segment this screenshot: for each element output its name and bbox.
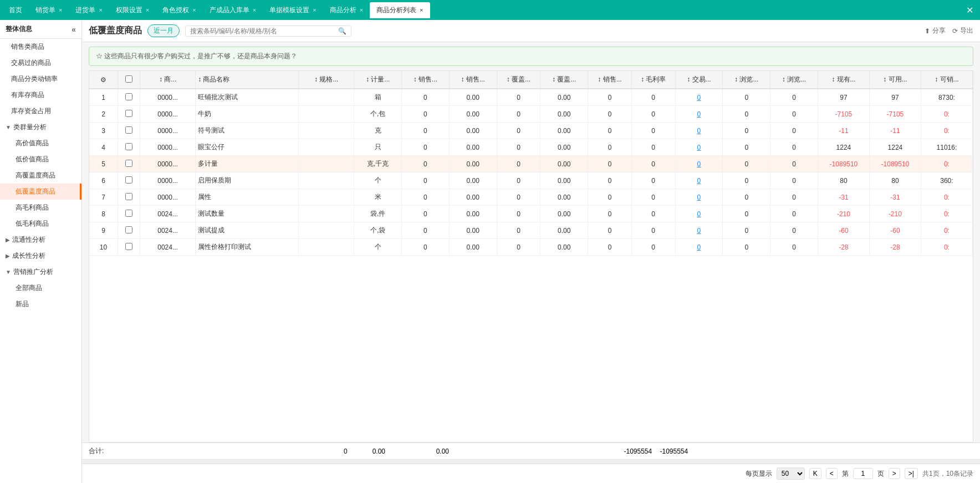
- tab-product-analysis-list-close[interactable]: ×: [420, 7, 423, 13]
- col-header-sales-qty[interactable]: ↕ 销售...: [402, 71, 450, 89]
- row-check[interactable]: [118, 139, 140, 156]
- col-header-sales2[interactable]: ↕ 销售...: [588, 71, 632, 89]
- row-check[interactable]: [118, 189, 140, 206]
- col-header-gross[interactable]: ↕ 毛利率: [631, 71, 675, 89]
- row-check[interactable]: [118, 89, 140, 106]
- sidebar-item-high-margin[interactable]: 高毛利商品: [0, 200, 81, 216]
- tab-sales-order[interactable]: 销货单 ×: [29, 2, 69, 18]
- tab-finished-goods-close[interactable]: ×: [253, 7, 256, 13]
- tab-template-close[interactable]: ×: [313, 7, 316, 13]
- tab-role-auth[interactable]: 角色授权 ×: [156, 2, 202, 18]
- col-header-trade[interactable]: ↕ 交易...: [675, 71, 723, 89]
- tab-permission-close[interactable]: ×: [146, 7, 149, 13]
- col-header-stock1[interactable]: ↕ 现有...: [818, 71, 869, 89]
- col-header-cover2[interactable]: ↕ 覆盖...: [540, 71, 588, 89]
- prev-page-btn[interactable]: <: [826, 468, 838, 479]
- sidebar-item-traded-products[interactable]: 交易过的商品: [0, 55, 81, 71]
- export-btn[interactable]: ⟳ 导出: [952, 26, 973, 35]
- tab-product-analysis-close[interactable]: ×: [360, 7, 363, 13]
- row-check[interactable]: [118, 123, 140, 139]
- sidebar-item-high-coverage[interactable]: 高覆盖度商品: [0, 167, 81, 184]
- tab-sales-order-close[interactable]: ×: [59, 7, 62, 13]
- tab-role-auth-close[interactable]: ×: [192, 7, 196, 13]
- row-checkbox[interactable]: [125, 110, 132, 117]
- sidebar-item-capital[interactable]: 库存资金占用: [0, 103, 81, 119]
- col-header-unit[interactable]: ↕ 计量...: [354, 71, 402, 89]
- next-page-btn[interactable]: >: [889, 468, 900, 479]
- row-trade[interactable]: 0: [675, 89, 723, 106]
- first-page-btn[interactable]: K: [809, 468, 821, 479]
- page-number-input[interactable]: [853, 468, 873, 479]
- row-checkbox[interactable]: [125, 243, 132, 250]
- sidebar-group-marketing[interactable]: ▼ 营销推广分析: [0, 264, 81, 280]
- sidebar-title: 整体信息: [6, 24, 32, 34]
- row-check[interactable]: [118, 156, 140, 172]
- sidebar-collapse-btn[interactable]: «: [72, 25, 76, 34]
- col-header-browse2[interactable]: ↕ 浏览...: [770, 71, 818, 89]
- search-input[interactable]: [190, 27, 336, 35]
- sidebar-item-category-rate[interactable]: 商品分类动销率: [0, 71, 81, 87]
- tab-permission[interactable]: 权限设置 ×: [109, 2, 156, 18]
- tab-purchase-order-close[interactable]: ×: [99, 7, 102, 13]
- sidebar-item-low-margin[interactable]: 低毛利商品: [0, 216, 81, 232]
- sidebar-group-growth[interactable]: ▶ 成长性分析: [0, 248, 81, 264]
- sidebar-item-low-value[interactable]: 低价值商品: [0, 151, 81, 167]
- sidebar-item-in-stock[interactable]: 有库存商品: [0, 87, 81, 103]
- row-trade[interactable]: 0: [675, 123, 723, 139]
- search-icon[interactable]: 🔍: [338, 27, 346, 35]
- col-header-sellable[interactable]: ↕ 可销...: [921, 71, 972, 89]
- row-trade[interactable]: 0: [675, 139, 723, 156]
- col-header-settings[interactable]: ⚙: [89, 71, 118, 89]
- sidebar-group-category[interactable]: ▼ 类群量分析: [0, 119, 81, 135]
- tab-finished-goods[interactable]: 产成品入库单 ×: [203, 2, 263, 18]
- row-checkbox[interactable]: [125, 143, 132, 150]
- tab-product-analysis-list[interactable]: 商品分析列表 ×: [370, 2, 430, 18]
- col-header-name[interactable]: ↕ 商品名称: [196, 71, 299, 89]
- row-checkbox[interactable]: [125, 193, 132, 200]
- row-checkbox[interactable]: [125, 160, 132, 167]
- col-header-check[interactable]: [118, 71, 140, 89]
- sidebar-group-flow[interactable]: ▶ 流通性分析: [0, 232, 81, 248]
- row-checkbox[interactable]: [125, 210, 132, 217]
- row-trade[interactable]: 0: [675, 106, 723, 123]
- col-header-stock2[interactable]: ↕ 可用...: [869, 71, 921, 89]
- sidebar-item-all-products[interactable]: 全部商品: [0, 280, 81, 296]
- tab-product-analysis[interactable]: 商品分析 ×: [323, 2, 370, 18]
- window-close-btn[interactable]: ✕: [962, 5, 978, 16]
- tab-home[interactable]: 首页: [2, 2, 29, 18]
- last-page-btn[interactable]: >|: [905, 468, 918, 479]
- sidebar-item-new-products[interactable]: 新品: [0, 296, 81, 312]
- col-header-spec[interactable]: ↕ 规格...: [299, 71, 354, 89]
- filter-month-btn[interactable]: 近一月: [147, 24, 180, 37]
- col-header-browse1[interactable]: ↕ 浏览...: [723, 71, 770, 89]
- select-all-checkbox[interactable]: [125, 75, 132, 83]
- row-check[interactable]: [118, 206, 140, 222]
- row-check[interactable]: [118, 222, 140, 239]
- row-checkbox[interactable]: [125, 176, 132, 184]
- sidebar-item-sales-products[interactable]: 销售类商品: [0, 39, 81, 55]
- sidebar-item-high-value[interactable]: 高价值商品: [0, 135, 81, 151]
- row-trade[interactable]: 0: [675, 189, 723, 206]
- row-sellable: 11016:: [921, 139, 972, 156]
- row-checkbox[interactable]: [125, 226, 132, 233]
- row-trade[interactable]: 0: [675, 206, 723, 222]
- row-check[interactable]: [118, 239, 140, 256]
- horizontal-scrollbar[interactable]: [82, 459, 980, 464]
- col-header-sales-amt[interactable]: ↕ 销售...: [449, 71, 497, 89]
- col-header-code[interactable]: ↕ 商...: [140, 71, 196, 89]
- row-checkbox[interactable]: [125, 93, 132, 100]
- row-check[interactable]: [118, 106, 140, 123]
- tab-template[interactable]: 单据模板设置 ×: [263, 2, 323, 18]
- row-check[interactable]: [118, 172, 140, 189]
- share-btn[interactable]: ⬆ 分享: [925, 26, 946, 35]
- per-page-select[interactable]: 50 100 200: [777, 467, 805, 480]
- sidebar-item-low-coverage[interactable]: 低覆盖度商品: [0, 184, 81, 200]
- col-header-cover1[interactable]: ↕ 覆盖...: [497, 71, 540, 89]
- row-trade[interactable]: 0: [675, 239, 723, 256]
- row-trade[interactable]: 0: [675, 156, 723, 172]
- tab-purchase-order[interactable]: 进货单 ×: [69, 2, 109, 18]
- table-row: 1 0000... 旺铺批次测试 箱 0 0.00 0 0.00 0 0 0 0…: [89, 89, 973, 106]
- row-trade[interactable]: 0: [675, 172, 723, 189]
- row-checkbox[interactable]: [125, 126, 132, 134]
- row-trade[interactable]: 0: [675, 222, 723, 239]
